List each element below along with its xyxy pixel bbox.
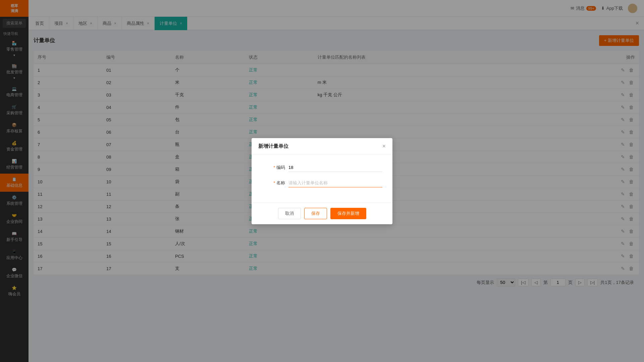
add-unit-modal: 新增计量单位 × * 编码 * 名称 取消 保存 保存并新增 — [252, 138, 392, 224]
modal-close-button[interactable]: × — [382, 143, 386, 150]
name-input[interactable] — [288, 179, 382, 187]
modal-header: 新增计量单位 × — [252, 138, 392, 155]
code-label: * 编码 — [262, 165, 285, 171]
modal-title: 新增计量单位 — [258, 143, 288, 149]
form-row-code: * 编码 — [262, 163, 382, 172]
required-star: * — [273, 165, 275, 170]
name-label: * 名称 — [262, 180, 285, 186]
code-input[interactable] — [288, 163, 382, 172]
form-row-name: * 名称 — [262, 179, 382, 187]
required-star-name: * — [273, 180, 275, 185]
modal-footer: 取消 保存 保存并新增 — [252, 202, 392, 224]
save-button[interactable]: 保存 — [304, 208, 327, 219]
save-and-new-button[interactable]: 保存并新增 — [330, 208, 366, 219]
modal-overlay[interactable]: 新增计量单位 × * 编码 * 名称 取消 保存 保存并新增 — [0, 0, 644, 362]
modal-body: * 编码 * 名称 — [252, 155, 392, 202]
cancel-button[interactable]: 取消 — [278, 208, 301, 219]
